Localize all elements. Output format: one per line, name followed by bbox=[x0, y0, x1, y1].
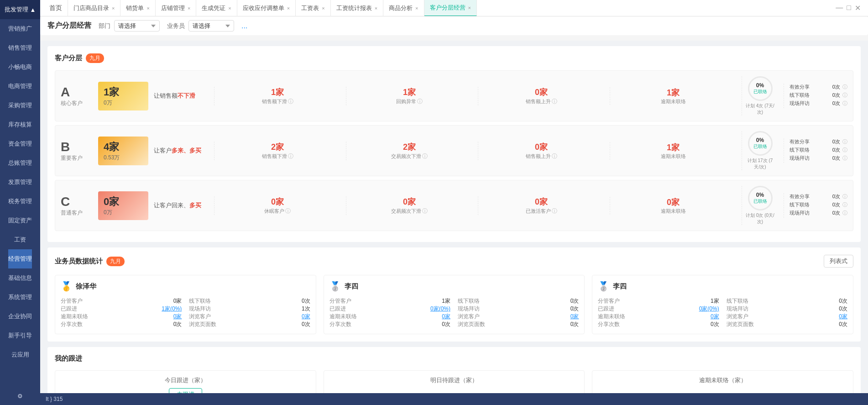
tab-close-销货单[interactable]: × bbox=[146, 5, 149, 11]
tier-stat-label-A-2: 销售额上升 ⓘ bbox=[482, 98, 601, 105]
tab-close-工资表[interactable]: × bbox=[322, 5, 324, 11]
sp-stat-val-left-2-1[interactable]: 0家(0%) bbox=[699, 305, 719, 313]
tab-工资表[interactable]: 工资表× bbox=[296, 0, 330, 16]
sidebar-logo[interactable]: 批发管理 ▲ bbox=[0, 0, 40, 19]
tier-stat-num-C-2: 0家 bbox=[482, 196, 601, 207]
go-followup-button[interactable]: 去跟进 bbox=[169, 388, 202, 393]
tab-close-门店商品目录[interactable]: × bbox=[112, 5, 115, 11]
tier-right-val-B-0: 0次 ⓘ bbox=[832, 138, 847, 145]
tab-工资统计报表[interactable]: 工资统计报表× bbox=[331, 0, 383, 16]
sidebar-item-销售管理[interactable]: 销售管理 bbox=[8, 38, 32, 58]
tier-right-val-B-2: 0次 ⓘ bbox=[832, 155, 847, 162]
tab-close-生成凭证[interactable]: × bbox=[228, 5, 231, 11]
tier-stat-label-B-2: 销售额上升 ⓘ bbox=[482, 153, 601, 160]
sp-stat-val-left-1-2[interactable]: 0家 bbox=[442, 313, 450, 321]
tab-店铺管理[interactable]: 店铺管理× bbox=[156, 0, 196, 16]
tab-门店商品目录[interactable]: 门店商品目录× bbox=[68, 0, 120, 16]
tab-生成凭证[interactable]: 生成凭证× bbox=[196, 0, 237, 16]
tier-name-C: 普通客户 bbox=[61, 209, 93, 217]
more-filters-btn[interactable]: ... bbox=[241, 22, 247, 30]
sidebar-item-小畅电商[interactable]: 小畅电商 bbox=[8, 58, 32, 77]
sp-stat-right-2-0: 线下联络 0次 bbox=[727, 297, 847, 305]
medal-icon-2: 🥈 bbox=[598, 281, 609, 292]
sidebar-item-发票管理[interactable]: 发票管理 bbox=[8, 173, 32, 192]
sidebar-item-基础信息[interactable]: 基础信息 bbox=[8, 268, 32, 288]
sidebar-settings[interactable]: ⚙ bbox=[0, 387, 40, 405]
sp-col2-1: 线下联络 0次 现场拜访 0次 浏览客户 0家 浏览页面数 0次 bbox=[458, 297, 579, 328]
sp-stat-val-left-2-2[interactable]: 0家 bbox=[711, 313, 719, 321]
sidebar-item-系统管理[interactable]: 系统管理 bbox=[8, 288, 32, 307]
sp-stat-val-left-1-1[interactable]: 0家(0%) bbox=[430, 305, 450, 313]
tab-close-工资统计报表[interactable]: × bbox=[375, 5, 377, 11]
tab-商品分析[interactable]: 商品分析× bbox=[383, 0, 424, 16]
maximize-icon[interactable]: □ bbox=[847, 4, 851, 12]
sidebar-item-总账管理[interactable]: 总账管理 bbox=[8, 153, 32, 173]
sp-stat-val-right-0-2[interactable]: 0家 bbox=[302, 313, 310, 321]
tier-stat-A-1: 1家 回购异常 ⓘ bbox=[346, 87, 472, 105]
tier-stat-num-B-3: 1家 bbox=[614, 142, 732, 153]
tier-count-sub-C: 0万 bbox=[104, 209, 143, 216]
staff-label: 业务员 bbox=[167, 22, 185, 30]
sidebar-item-库存核算[interactable]: 库存核算 bbox=[8, 115, 32, 134]
sp-stat-val-right-0-3: 0次 bbox=[302, 321, 310, 328]
sp-col1-2: 分管客户 1家 已跟进 0家(0%) 逾期未联络 0家 分享次数 0次 bbox=[598, 297, 719, 328]
sidebar-item-云应用[interactable]: 云应用 bbox=[8, 345, 32, 364]
tier-letter-B: B bbox=[61, 140, 93, 154]
close-window-icon[interactable]: ✕ bbox=[855, 4, 861, 12]
sp-stat-label-left-2-0: 分管客户 bbox=[598, 297, 620, 305]
tab-close-应收应付调整单[interactable]: × bbox=[287, 5, 290, 11]
stat-info-icon: ⓘ bbox=[842, 194, 847, 199]
overdue-followup-label: 逾期未联络（家） bbox=[598, 376, 847, 384]
tab-应收应付调整单[interactable]: 应收应付调整单× bbox=[237, 0, 296, 16]
tier-count-num-C: 0家 bbox=[104, 195, 143, 209]
tier-stat-label-B-3: 逾期未联络 bbox=[614, 153, 732, 160]
tier-right-val-C-2: 0次 ⓘ bbox=[832, 210, 847, 216]
minimize-icon[interactable]: — bbox=[836, 4, 843, 12]
list-view-button[interactable]: 列表式 bbox=[824, 255, 853, 268]
tier-circle-ring-A: 0% 已联络 bbox=[748, 76, 773, 101]
tier-circle-ring-C: 0% 已联络 bbox=[748, 186, 773, 210]
sidebar-item-采购管理[interactable]: 采购管理 bbox=[8, 96, 32, 115]
stat-info-icon: ⓘ bbox=[842, 92, 847, 98]
tier-count-C: 0家0万 bbox=[98, 191, 148, 220]
sp-stat-right-0-1: 现场拜访 1次 bbox=[189, 305, 310, 313]
tab-close-客户分层经营[interactable]: × bbox=[468, 5, 471, 11]
tier-stat-num-A-1: 1家 bbox=[350, 87, 469, 98]
sp-stat-val-right-2-3: 0次 bbox=[839, 321, 847, 328]
staff-select[interactable]: 请选择 bbox=[188, 20, 234, 32]
salesperson-stats-1: 分管客户 1家 已跟进 0家(0%) 逾期未联络 0家 分享次数 0次 线下联络… bbox=[329, 297, 579, 328]
sidebar-item-经营管理[interactable]: 经营管理 bbox=[8, 249, 32, 268]
followup-section: 我的跟进 今日跟进（家） 去跟进 客户类型 已联络 未联络 下次跟进 ① 已激活… bbox=[47, 347, 861, 393]
tier-stat-B-1: 2家 交易频次下滑 ⓘ bbox=[346, 142, 472, 160]
sp-stat-val-left-0-2[interactable]: 0家 bbox=[173, 313, 182, 321]
tier-right-stat-B-1: 线下联络 0次 ⓘ bbox=[790, 147, 847, 153]
sidebar-item-资金管理[interactable]: 资金管理 bbox=[8, 134, 32, 153]
tier-stat-C-1: 0家 交易频次下滑 ⓘ bbox=[346, 196, 472, 215]
sidebar-item-工资[interactable]: 工资 bbox=[8, 230, 32, 249]
sidebar-collapse-icon[interactable]: ▲ bbox=[30, 6, 36, 13]
tab-close-店铺管理[interactable]: × bbox=[188, 5, 190, 11]
tier-stat-label-A-1: 回购异常 ⓘ bbox=[350, 98, 469, 105]
sp-stat-val-right-2-2[interactable]: 0家 bbox=[839, 313, 847, 321]
sidebar-item-固定资产[interactable]: 固定资产 bbox=[8, 211, 32, 230]
sidebar-item-企业协同[interactable]: 企业协同 bbox=[8, 307, 32, 326]
tab-客户分层经营[interactable]: 客户分层经营× bbox=[424, 0, 477, 16]
sidebar-item-税务管理[interactable]: 税务管理 bbox=[8, 192, 32, 211]
settings-icon: ⚙ bbox=[17, 393, 23, 400]
tier-stat-label-C-0: 休眠客户 ⓘ bbox=[218, 207, 337, 215]
sidebar-item-新手引导[interactable]: 新手引导 bbox=[8, 326, 32, 345]
sp-stat-left-0-3: 分享次数 0次 bbox=[61, 321, 182, 328]
dept-select[interactable]: 请选择 bbox=[114, 20, 160, 32]
info-icon: ⓘ bbox=[417, 98, 423, 105]
tab-销货单[interactable]: 销货单× bbox=[120, 0, 155, 16]
sp-stat-val-right-1-2[interactable]: 0家 bbox=[570, 313, 579, 321]
tier-right-val-C-0: 0次 ⓘ bbox=[832, 193, 847, 200]
info-icon: ⓘ bbox=[422, 153, 428, 160]
salesperson-card-1: 🥈 李四 分管客户 1家 已跟进 0家(0%) 逾期未联络 0家 分享次数 0次… bbox=[324, 275, 585, 334]
tab-首页[interactable]: 首页 bbox=[44, 0, 68, 16]
sidebar-item-电商管理[interactable]: 电商管理 bbox=[8, 77, 32, 96]
sidebar-item-营销推广[interactable]: 营销推广 bbox=[8, 19, 32, 38]
tab-close-商品分析[interactable]: × bbox=[415, 5, 418, 11]
sp-stat-val-right-1-1: 0次 bbox=[570, 305, 579, 313]
sp-stat-val-left-0-1[interactable]: 1家(0%) bbox=[162, 305, 182, 313]
